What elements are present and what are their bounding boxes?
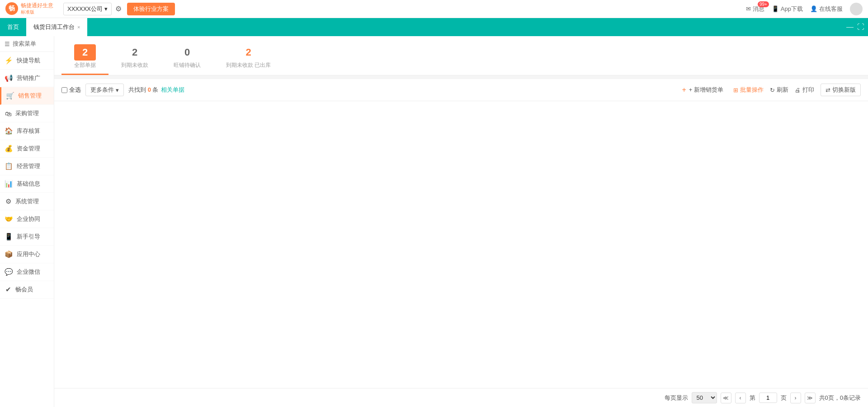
member-label: 畅会员 (15, 285, 33, 294)
logo-text-block: 畅捷通好生意 标准版 (21, 2, 53, 15)
next-page-button[interactable]: › (790, 393, 801, 403)
system-icon: ⚙ (5, 197, 12, 206)
table-area (54, 101, 868, 388)
stat-label-overdue: 到期未收款 (121, 61, 148, 69)
page-size-select[interactable]: 20 50 100 (692, 392, 717, 403)
system-label: 系统管理 (15, 197, 39, 206)
stat-num-overdue: 2 (124, 44, 146, 61)
stat-tab-pending[interactable]: 0 旺铺待确认 (161, 42, 213, 75)
sidebar-item-system[interactable]: ⚙ 系统管理 (0, 193, 54, 211)
toolbar: 全选 更多条件 ▾ 共找到 0 条 相关单据 + + 新增销货单 (54, 79, 868, 101)
corp-wechat-label: 企业微信 (17, 268, 40, 276)
purchase-icon: 🛍 (5, 110, 12, 117)
company-selector[interactable]: XXXXXX公司 ▾ (63, 3, 112, 15)
tab-close-icon[interactable]: × (77, 24, 80, 30)
found-text: 共找到 0 条 相关单据 (128, 86, 184, 94)
refresh-icon: ↻ (770, 87, 775, 94)
add-icon: + (682, 86, 686, 94)
quick-nav-label: 快捷导航 (17, 56, 40, 65)
sidebar-item-app-center[interactable]: 📦 应用中心 (0, 246, 54, 263)
sidebar-item-member[interactable]: ✔ 畅会员 (0, 281, 54, 299)
switch-icon: ⇄ (826, 87, 830, 94)
select-all-checkbox[interactable]: 全选 (61, 86, 81, 94)
toolbar-right: + + 新增销货单 ⊞ 批量操作 ↻ 刷新 🖨 打印 ⇄ 切换新版 (678, 84, 861, 96)
prev-page-button[interactable]: ‹ (735, 393, 746, 403)
tab-workbench[interactable]: 钱货日清工作台 × (26, 18, 87, 36)
batch-icon: ⊞ (733, 87, 738, 94)
tab-expand-button[interactable]: ⛶ (857, 23, 864, 31)
found-link[interactable]: 相关单据 (161, 86, 184, 93)
tab-home[interactable]: 首页 (0, 18, 26, 36)
operations-icon: 📋 (5, 162, 13, 170)
refresh-button[interactable]: ↻ 刷新 (770, 86, 788, 94)
finance-label: 资金管理 (17, 145, 40, 153)
stat-tab-shipped[interactable]: 2 到期未收款 已出库 (213, 42, 283, 75)
batch-action-button[interactable]: ⊞ 批量操作 (733, 86, 764, 94)
stat-num-shipped: 2 (238, 44, 259, 61)
app-download-button[interactable]: 📱 App下载 (772, 5, 803, 13)
main-layout: ☰ 搜索菜单 ⚡ 快捷导航 📢 营销推广 🛒 销售管理 🛍 采购管理 🏠 库存核… (0, 36, 868, 407)
online-service-button[interactable]: 👤 在线客服 (810, 5, 843, 13)
purchase-label: 采购管理 (15, 109, 39, 117)
logo-sub: 标准版 (21, 9, 53, 15)
last-page-button[interactable]: ≫ (805, 393, 816, 403)
sidebar-item-cooperation[interactable]: 🤝 企业协同 (0, 211, 54, 228)
sidebar-item-operations[interactable]: 📋 经营管理 (0, 158, 54, 175)
sidebar-item-basic-info[interactable]: 📊 基础信息 (0, 175, 54, 193)
logo: 畅 畅捷通好生意 标准版 (5, 2, 60, 15)
print-label: 打印 (802, 86, 814, 94)
page-suffix: 页 (781, 394, 787, 402)
page-number-input[interactable] (759, 393, 777, 403)
marketing-label: 营销推广 (17, 74, 40, 82)
inventory-icon: 🏠 (5, 127, 13, 135)
header-right: ✉ 消息 99+ 📱 App下载 👤 在线客服 (746, 3, 863, 15)
settings-icon[interactable]: ⚙ (115, 5, 122, 13)
sidebar-item-marketing[interactable]: 📢 营销推广 (0, 70, 54, 87)
sidebar-item-sales[interactable]: 🛒 销售管理 (0, 87, 54, 105)
stat-tab-overdue[interactable]: 2 到期未收款 (108, 42, 161, 75)
sidebar-item-corp-wechat[interactable]: 💬 企业微信 (0, 263, 54, 281)
guide-label: 新手引导 (17, 233, 40, 241)
guide-icon: 📱 (5, 233, 13, 241)
message-icon: ✉ (746, 5, 751, 12)
tab-bar: 首页 钱货日清工作台 × — ⛶ (0, 18, 868, 36)
avatar[interactable] (850, 3, 863, 15)
basic-info-label: 基础信息 (17, 180, 40, 188)
sidebar: ☰ 搜索菜单 ⚡ 快捷导航 📢 营销推广 🛒 销售管理 🛍 采购管理 🏠 库存核… (0, 36, 54, 407)
basic-info-icon: 📊 (5, 180, 13, 188)
sidebar-item-quick-nav[interactable]: ⚡ 快捷导航 (0, 52, 54, 70)
table-empty (61, 108, 861, 244)
pagination: 每页显示 20 50 100 ≪ ‹ 第 页 › ≫ 共0页，0条记录 (54, 388, 868, 407)
stat-num-pending: 0 (176, 44, 198, 61)
trial-button[interactable]: 体验行业方案 (127, 3, 175, 15)
tab-workbench-label: 钱货日清工作台 (33, 23, 75, 31)
stat-tab-all[interactable]: 2 全部单据 (61, 42, 108, 75)
sidebar-item-finance[interactable]: 💰 资金管理 (0, 140, 54, 158)
first-page-button[interactable]: ≪ (721, 393, 731, 403)
filter-button[interactable]: 更多条件 ▾ (85, 84, 124, 96)
stat-label-pending: 旺铺待确认 (174, 61, 201, 69)
header: 畅 畅捷通好生意 标准版 XXXXXX公司 ▾ ⚙ 体验行业方案 ✉ 消息 99… (0, 0, 868, 18)
cooperation-icon: 🤝 (5, 215, 13, 223)
filter-chevron-icon: ▾ (116, 87, 119, 94)
toolbar-left: 全选 更多条件 ▾ 共找到 0 条 相关单据 (61, 84, 184, 96)
search-icon: ☰ (5, 41, 10, 47)
sidebar-item-purchase[interactable]: 🛍 采购管理 (0, 105, 54, 122)
filter-label: 更多条件 (90, 86, 114, 94)
switch-new-version-button[interactable]: ⇄ 切换新版 (821, 84, 861, 96)
dropdown-icon: ▾ (104, 5, 108, 12)
company-name: XXXXXX公司 (67, 5, 103, 13)
page-size-label: 每页显示 (665, 394, 688, 402)
sidebar-item-inventory[interactable]: 🏠 库存核算 (0, 122, 54, 140)
tab-bar-actions: — ⛶ (846, 23, 868, 31)
select-all-input[interactable] (61, 87, 67, 93)
sidebar-search[interactable]: ☰ 搜索菜单 (0, 36, 54, 52)
print-button[interactable]: 🖨 打印 (795, 86, 814, 94)
select-all-label: 全选 (69, 86, 81, 94)
tab-collapse-button[interactable]: — (846, 23, 854, 31)
logo-text: 畅捷通好生意 (21, 2, 53, 9)
finance-icon: 💰 (5, 145, 13, 153)
sidebar-item-guide[interactable]: 📱 新手引导 (0, 228, 54, 246)
add-sales-order-button[interactable]: + + 新增销货单 (678, 84, 727, 96)
message-button[interactable]: ✉ 消息 99+ (746, 5, 764, 13)
